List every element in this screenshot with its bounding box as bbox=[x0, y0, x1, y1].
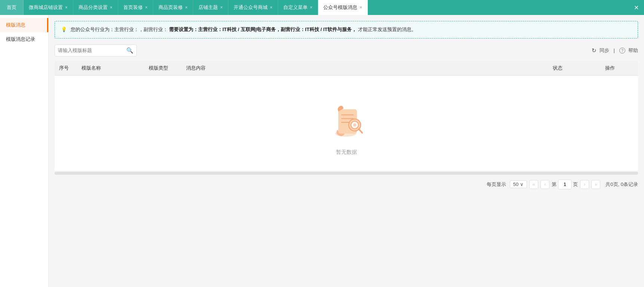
nav-tab-2-label: 商品分类设置 bbox=[78, 4, 108, 11]
nav-tab-1-close[interactable]: × bbox=[65, 5, 68, 10]
empty-illustration bbox=[324, 98, 369, 143]
main-layout: 模版消息 模版消息记录 💡 您的公众号行业为：主营行业：，副营行业： 需要设置为… bbox=[0, 15, 644, 287]
notice-bulb-icon: 💡 bbox=[61, 27, 67, 32]
sync-button[interactable]: 同步 bbox=[600, 47, 609, 54]
nav-tab-6[interactable]: 开通公众号商城 × bbox=[228, 0, 278, 15]
nav-tab-5-label: 店铺主题 bbox=[198, 4, 218, 11]
col-header-action: 操作 bbox=[601, 61, 638, 76]
nav-tab-7[interactable]: 自定义菜单 × bbox=[278, 0, 318, 15]
nav-tab-3-close[interactable]: × bbox=[145, 5, 148, 10]
total-info: 共0页, 0条记录 bbox=[606, 181, 638, 188]
nav-tab-2-close[interactable]: × bbox=[110, 5, 113, 10]
toolbar-right: ↻ 同步 | ? 帮助 bbox=[592, 47, 638, 54]
nav-tab-6-close[interactable]: × bbox=[270, 5, 272, 10]
sidebar-item-template-record-label: 模版消息记录 bbox=[6, 36, 35, 42]
page-size-chevron-icon: ∨ bbox=[520, 181, 524, 187]
top-nav: 首页 微商城店铺设置 × 商品分类设置 × 首页装修 × 商品页装修 × 店铺主… bbox=[0, 0, 644, 15]
search-input-wrap[interactable]: 🔍 bbox=[55, 45, 137, 57]
nav-tab-3[interactable]: 首页装修 × bbox=[118, 0, 153, 15]
page-size-select[interactable]: 50 ∨ bbox=[510, 180, 527, 188]
nav-tab-2[interactable]: 商品分类设置 × bbox=[73, 0, 118, 15]
sidebar: 模版消息 模版消息记录 bbox=[0, 15, 49, 287]
data-table: 序号 模版名称 模版类型 消息内容 状态 操作 bbox=[55, 61, 638, 171]
col-header-type: 模版类型 bbox=[144, 61, 182, 76]
close-all-icon: ✕ bbox=[634, 4, 639, 11]
content-area: 💡 您的公众号行业为：主营行业：，副营行业： 需要设置为：主营行业：IT科技 /… bbox=[49, 15, 644, 287]
nav-tab-4-close[interactable]: × bbox=[185, 5, 188, 10]
page-suffix: 页 bbox=[573, 181, 578, 188]
nav-tab-1-label: 微商城店铺设置 bbox=[29, 4, 63, 11]
first-page-button[interactable]: « bbox=[529, 180, 538, 189]
nav-tab-3-label: 首页装修 bbox=[123, 4, 143, 11]
empty-text: 暂无数据 bbox=[336, 149, 357, 156]
prev-page-icon: ‹ bbox=[544, 182, 546, 187]
notice-text-prefix: 您的公众号行业为：主营行业：，副营行业： bbox=[71, 27, 168, 32]
search-button[interactable]: 🔍 bbox=[126, 47, 133, 54]
page-size-value: 50 bbox=[513, 181, 518, 187]
horizontal-scrollbar[interactable] bbox=[55, 171, 638, 176]
svg-line-7 bbox=[359, 129, 362, 133]
nav-tab-7-close[interactable]: × bbox=[310, 5, 312, 10]
search-bar: 🔍 ↻ 同步 | ? 帮助 bbox=[55, 45, 638, 57]
next-page-button[interactable]: › bbox=[580, 180, 589, 189]
col-header-name: 模版名称 bbox=[77, 61, 144, 76]
svg-point-8 bbox=[353, 123, 356, 126]
nav-tab-7-label: 自定义菜单 bbox=[283, 4, 308, 11]
next-page-icon: › bbox=[584, 182, 585, 187]
last-page-button[interactable]: » bbox=[591, 180, 600, 189]
nav-tab-8-label: 公众号模版消息 bbox=[323, 4, 357, 11]
page-input-wrap: 第 页 bbox=[552, 180, 578, 189]
nav-tab-8-close[interactable]: × bbox=[360, 5, 362, 10]
notice-highlight: 需要设置为：主营行业：IT科技 / 互联网|电子商务，副营行业：IT科技 / I… bbox=[169, 27, 357, 32]
nav-tab-6-label: 开通公众号商城 bbox=[234, 4, 268, 11]
prev-page-button[interactable]: ‹ bbox=[540, 180, 549, 189]
help-button[interactable]: 帮助 bbox=[628, 47, 638, 54]
col-header-index: 序号 bbox=[55, 61, 77, 76]
page-number-input[interactable] bbox=[558, 180, 571, 189]
nav-tab-5-close[interactable]: × bbox=[220, 5, 223, 10]
sidebar-item-template-message[interactable]: 模版消息 bbox=[0, 18, 48, 32]
sidebar-item-template-message-label: 模版消息 bbox=[6, 22, 25, 28]
nav-tab-5[interactable]: 店铺主题 × bbox=[193, 0, 228, 15]
page-size-label: 每页显示 bbox=[487, 181, 506, 188]
nav-tab-1[interactable]: 微商城店铺设置 × bbox=[24, 0, 73, 15]
first-page-icon: « bbox=[533, 182, 535, 187]
sync-icon: ↻ bbox=[592, 47, 597, 54]
search-input[interactable] bbox=[58, 48, 125, 53]
col-header-status: 状态 bbox=[548, 61, 601, 76]
scrollbar-track bbox=[55, 172, 638, 175]
notice-text-suffix: 才能正常发送预置的消息。 bbox=[358, 27, 416, 32]
help-icon: ? bbox=[619, 48, 625, 54]
col-header-content: 消息内容 bbox=[182, 61, 548, 76]
page-prefix: 第 bbox=[552, 181, 557, 188]
empty-state: 暂无数据 bbox=[55, 76, 638, 171]
last-page-icon: » bbox=[595, 182, 597, 187]
close-all-button[interactable]: ✕ bbox=[629, 0, 644, 15]
notice-box: 💡 您的公众号行业为：主营行业：，副营行业： 需要设置为：主营行业：IT科技 /… bbox=[55, 21, 638, 39]
table-wrap: 序号 模版名称 模版类型 消息内容 状态 操作 bbox=[55, 61, 638, 171]
nav-tab-4[interactable]: 商品页装修 × bbox=[153, 0, 193, 15]
divider: | bbox=[614, 48, 615, 53]
nav-tab-home-label: 首页 bbox=[7, 4, 16, 11]
pagination: 每页显示 50 ∨ « ‹ 第 页 › » 共0页, 0条记录 bbox=[55, 176, 638, 189]
sidebar-item-template-record[interactable]: 模版消息记录 bbox=[0, 32, 48, 46]
nav-tab-8[interactable]: 公众号模版消息 × bbox=[318, 0, 368, 15]
nav-tab-home[interactable]: 首页 bbox=[0, 0, 24, 15]
nav-tab-4-label: 商品页装修 bbox=[158, 4, 183, 11]
